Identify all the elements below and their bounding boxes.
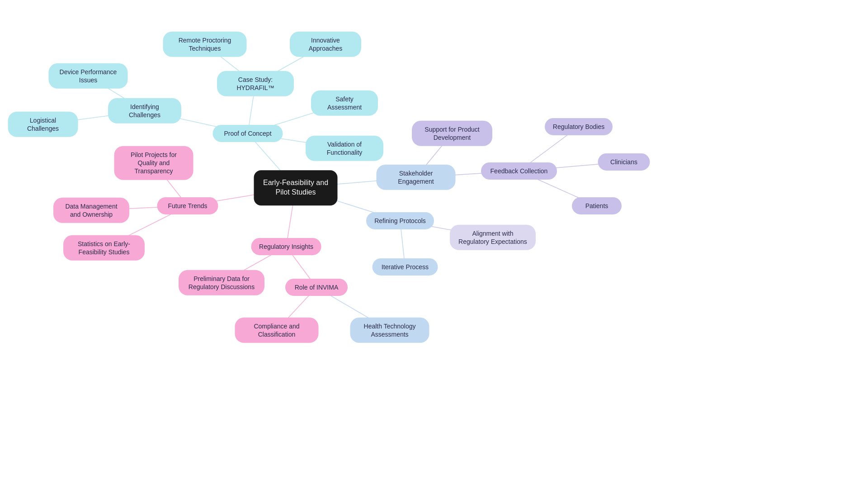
node-case-study[interactable]: Case Study: HYDRAFIL™ [217, 71, 294, 96]
node-identifying-challenges[interactable]: Identifying Challenges [108, 98, 181, 124]
node-device-performance[interactable]: Device Performance Issues [49, 63, 128, 89]
node-feedback-collection[interactable]: Feedback Collection [481, 162, 557, 180]
node-safety-assessment[interactable]: Safety Assessment [311, 90, 378, 116]
node-statistics-early[interactable]: Statistics on Early-Feasibility Studies [63, 235, 145, 261]
node-future-trends[interactable]: Future Trends [157, 197, 218, 214]
node-iterative-process[interactable]: Iterative Process [373, 258, 438, 276]
node-center[interactable]: Early-Feasibility and Pilot Studies [254, 170, 338, 205]
node-pilot-projects[interactable]: Pilot Projects for Quality and Transpare… [114, 146, 193, 180]
node-patients[interactable]: Patients [572, 197, 622, 214]
node-preliminary-data[interactable]: Preliminary Data for Regulatory Discussi… [179, 270, 264, 295]
node-refining-protocols[interactable]: Refining Protocols [366, 212, 434, 229]
node-data-management[interactable]: Data Management and Ownership [53, 198, 129, 223]
node-role-invima[interactable]: Role of INVIMA [285, 279, 348, 296]
node-stakeholder-engagement[interactable]: Stakeholder Engagement [377, 165, 456, 190]
node-logistical-challenges[interactable]: Logistical Challenges [8, 112, 78, 137]
node-support-product[interactable]: Support for Product Development [412, 121, 492, 146]
node-remote-proctoring[interactable]: Remote Proctoring Techniques [163, 32, 247, 57]
node-regulatory-bodies[interactable]: Regulatory Bodies [545, 118, 613, 135]
node-clinicians[interactable]: Clinicians [598, 153, 650, 171]
node-regulatory-insights[interactable]: Regulatory Insights [251, 238, 321, 255]
mindmap-container: Early-Feasibility and Pilot StudiesProof… [0, 0, 868, 490]
node-compliance-classification[interactable]: Compliance and Classification [235, 318, 319, 343]
node-innovative-approaches[interactable]: Innovative Approaches [290, 32, 361, 57]
node-alignment-regulatory[interactable]: Alignment with Regulatory Expectations [450, 225, 536, 250]
node-proof-of-concept[interactable]: Proof of Concept [213, 125, 283, 142]
node-health-tech[interactable]: Health Technology Assessments [350, 318, 429, 343]
node-validation-functionality[interactable]: Validation of Functionality [306, 136, 383, 161]
